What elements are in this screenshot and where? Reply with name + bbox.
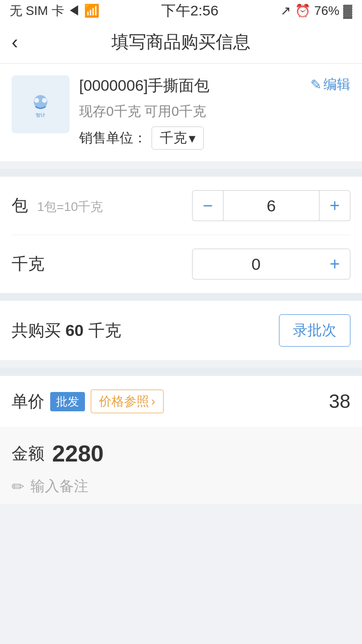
status-bar: 无 SIM 卡 ◀ 📶 下午2:56 ↗ ⏰ 76% ▓ bbox=[0, 0, 362, 21]
note-row[interactable]: ✏ 输入备注 bbox=[12, 476, 350, 496]
note-placeholder: 输入备注 bbox=[30, 476, 88, 496]
battery-text: 76% bbox=[314, 3, 339, 18]
quantity-control-kg: + bbox=[192, 249, 350, 280]
battery-icon: ▓ bbox=[343, 3, 352, 18]
chevron-down-icon: ▾ bbox=[189, 130, 195, 146]
section-divider-3 bbox=[0, 368, 362, 376]
summary-text: 共购买 60 千克 bbox=[12, 320, 121, 342]
quantity-row-kg: 千克 + bbox=[12, 235, 350, 293]
wifi-icon: 📶 bbox=[84, 3, 99, 18]
summary-prefix: 共购买 bbox=[12, 321, 65, 339]
status-right: ↗ ⏰ 76% ▓ bbox=[280, 3, 352, 18]
signal-text: 无 SIM 卡 ◀ bbox=[10, 2, 80, 19]
status-time: 下午2:56 bbox=[161, 1, 218, 21]
nav-title: 填写商品购买信息 bbox=[111, 30, 251, 54]
amount-label: 金额 bbox=[12, 443, 44, 465]
product-info: [0000006]手撕面包 ✎ 编辑 现存0千克 可用0千克 销售单位： 千克 … bbox=[79, 75, 350, 150]
back-button[interactable]: ‹ bbox=[12, 31, 18, 53]
quantity-row-bao: 包 1包=10千克 − + bbox=[12, 177, 350, 235]
plus-button-kg[interactable]: + bbox=[320, 249, 350, 280]
quantity-label-bao: 包 1包=10千克 bbox=[12, 195, 103, 217]
unit-label: 销售单位： bbox=[79, 129, 147, 147]
amount-value: 2280 bbox=[52, 440, 104, 467]
nav-bar: ‹ 填写商品购买信息 bbox=[0, 21, 362, 64]
alarm-icon: ⏰ bbox=[295, 3, 310, 18]
price-section: 单价 批发 价格参照 › 38 bbox=[0, 376, 362, 427]
price-value: 38 bbox=[329, 391, 351, 412]
edit-label: 编辑 bbox=[323, 75, 350, 94]
quantity-label-kg: 千克 bbox=[12, 253, 44, 275]
svg-point-2 bbox=[42, 98, 47, 103]
product-thumbnail: 智计 bbox=[12, 75, 70, 133]
summary-unit: 千克 bbox=[88, 321, 121, 339]
product-stock: 现存0千克 可用0千克 bbox=[79, 102, 350, 121]
product-card: 智计 [0000006]手撕面包 ✎ 编辑 现存0千克 可用0千克 销售单位： … bbox=[0, 64, 362, 161]
edit-button[interactable]: ✎ 编辑 bbox=[310, 75, 350, 94]
price-ref-button[interactable]: 价格参照 › bbox=[91, 390, 164, 413]
status-left: 无 SIM 卡 ◀ 📶 bbox=[10, 2, 99, 19]
chevron-right-icon: › bbox=[151, 394, 155, 409]
price-row: 单价 批发 价格参照 › 38 bbox=[12, 390, 350, 413]
price-label: 单价 批发 价格参照 › bbox=[12, 390, 164, 413]
unit-value: 千克 bbox=[160, 129, 187, 147]
quantity-control-bao: − + bbox=[192, 190, 350, 221]
quantity-input-bao[interactable] bbox=[223, 190, 320, 221]
product-unit-row: 销售单位： 千克 ▾ bbox=[79, 126, 350, 150]
product-name: [0000006]手撕面包 bbox=[79, 75, 209, 97]
plus-button-bao[interactable]: + bbox=[320, 190, 350, 221]
amount-section: 金额 2280 ✏ 输入备注 bbox=[0, 427, 362, 504]
svg-point-1 bbox=[34, 98, 39, 103]
section-divider-1 bbox=[0, 169, 362, 177]
amount-row: 金额 2280 bbox=[12, 440, 350, 467]
price-ref-label: 价格参照 bbox=[99, 393, 149, 410]
minus-button-bao[interactable]: − bbox=[192, 190, 223, 221]
quantity-input-kg[interactable] bbox=[192, 249, 320, 280]
unit-select[interactable]: 千克 ▾ bbox=[152, 126, 204, 150]
svg-text:智计: 智计 bbox=[36, 112, 45, 118]
section-divider-2 bbox=[0, 293, 362, 301]
price-tag: 批发 bbox=[50, 392, 85, 411]
summary-quantity: 60 bbox=[65, 321, 84, 339]
summary-section: 共购买 60 千克 录批次 bbox=[0, 301, 362, 360]
pencil-icon: ✏ bbox=[12, 477, 25, 496]
quantity-section: 包 1包=10千克 − + 千克 + bbox=[0, 177, 362, 293]
batch-button[interactable]: 录批次 bbox=[279, 314, 350, 347]
price-label-text: 单价 bbox=[12, 391, 44, 413]
main-spacer bbox=[0, 504, 362, 644]
edit-icon: ✎ bbox=[310, 77, 321, 93]
location-icon: ↗ bbox=[280, 3, 291, 18]
